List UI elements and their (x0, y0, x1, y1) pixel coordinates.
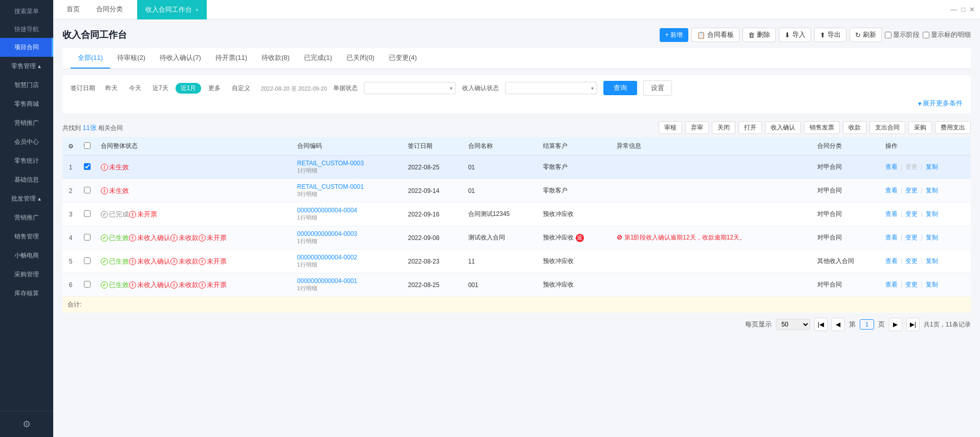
contract-board-button[interactable]: 📋 合同看板 (691, 28, 739, 42)
table-action-sales-invoice[interactable]: 销售发票 (804, 121, 840, 134)
row-select-checkbox[interactable] (84, 257, 91, 264)
maximize-btn[interactable]: □ (961, 6, 965, 13)
table-action-review[interactable]: 审核 (659, 121, 682, 134)
sidebar-item-smart-store[interactable]: 智慧门店 (0, 76, 53, 95)
date-btn-custom[interactable]: 自定义 (228, 83, 254, 94)
sidebar-item-retail-stats[interactable]: 零售统计 (0, 151, 53, 170)
status-tab-pending-income-confirm[interactable]: 待收入确认(7) (153, 48, 208, 69)
row-action-复制[interactable]: 复制 (926, 186, 938, 195)
filter-setting-button[interactable]: 设置 (643, 80, 672, 96)
row-action-变更[interactable]: 变更 (905, 280, 918, 289)
row-select-checkbox[interactable] (84, 163, 91, 170)
table-action-print[interactable]: 打开 (738, 121, 762, 134)
row-action-查看[interactable]: 查看 (885, 280, 898, 289)
row-action-复制[interactable]: 复制 (926, 280, 938, 289)
status-tab-completed[interactable]: 已完成(1) (297, 48, 339, 69)
row-action-查看[interactable]: 查看 (885, 233, 898, 242)
sidebar-item-wholesale[interactable]: 批发管理▲ (0, 189, 53, 208)
table-action-abandon[interactable]: 弃审 (685, 121, 709, 134)
row-sign-date: 2022-09-16 (403, 203, 463, 226)
status-tab-pending-review[interactable]: 待审核(2) (110, 48, 153, 69)
date-btn-last7[interactable]: 近7天 (148, 83, 172, 94)
contract-code-link[interactable]: 0000000000004-0002 (297, 254, 357, 261)
sidebar-item-purchase[interactable]: 采购管理 (0, 265, 53, 284)
row-select-checkbox[interactable] (84, 281, 91, 288)
row-action-变更[interactable]: 变更 (905, 257, 918, 266)
show-stages-checkbox[interactable] (885, 32, 891, 38)
status-tab-changed[interactable]: 已变更(4) (382, 48, 424, 69)
table-action-out-contract[interactable]: 支出合同 (869, 121, 905, 134)
sidebar-item-ecommerce[interactable]: 小畅电商 (0, 246, 53, 265)
sidebar-item-base-info[interactable]: 基础信息 (0, 170, 53, 189)
prev-page-btn[interactable]: ◀ (832, 318, 845, 331)
row-action-查看[interactable]: 查看 (885, 210, 898, 218)
row-action-变更[interactable]: 变更 (905, 210, 918, 218)
sidebar-item-marketing2[interactable]: 营销推广 (0, 208, 53, 227)
row-action-复制[interactable]: 复制 (926, 210, 938, 218)
status-tab-pending-payment[interactable]: 待收款(8) (254, 48, 297, 69)
sidebar-item-project[interactable]: 项目合同 (0, 38, 53, 57)
page-size-select[interactable]: 50 20 100 (776, 319, 810, 330)
date-btn-last1month[interactable]: 近1月 (176, 83, 202, 94)
contract-code-link[interactable]: 0000000000004-0003 (297, 230, 357, 237)
col-settings[interactable]: ⚙ (62, 137, 79, 156)
refresh-button[interactable]: ↻ 刷新 (850, 28, 882, 42)
table-action-collection[interactable]: 收款 (843, 121, 866, 134)
select-all-checkbox[interactable] (84, 142, 91, 149)
tab-income-contract[interactable]: 收入合同工作台× (137, 0, 206, 19)
export-button[interactable]: ⬆ 导出 (814, 28, 846, 42)
table-action-income-confirm[interactable]: 收入确认 (765, 121, 801, 134)
minimize-btn[interactable]: — (950, 6, 957, 13)
sidebar-item-retail-mall[interactable]: 零售商城 (0, 95, 53, 114)
status-tab-all[interactable]: 全部(11) (71, 48, 110, 69)
add-button[interactable]: + 新增 (660, 28, 688, 42)
row-select-checkbox[interactable] (84, 187, 91, 193)
sidebar-nav[interactable]: 快捷导航 (0, 21, 53, 38)
show-marks-checkbox[interactable] (923, 32, 929, 38)
sidebar-settings-icon[interactable]: ⚙ (0, 411, 53, 437)
row-action-变更[interactable]: 变更 (905, 163, 918, 171)
tab-close-contract-category[interactable]: × (126, 6, 129, 12)
contract-code-link[interactable]: RETAIL_CUSTOM-0001 (297, 183, 364, 190)
income-confirm-select[interactable] (505, 82, 597, 94)
sidebar-item-member[interactable]: 会员中心 (0, 133, 53, 151)
contract-code-link[interactable]: 0000000000004-0001 (297, 277, 357, 285)
status-tab-closed[interactable]: 已关闭(0) (339, 48, 382, 69)
row-action-查看[interactable]: 查看 (885, 163, 898, 171)
close-btn[interactable]: ✕ (969, 6, 975, 13)
table-action-purchase[interactable]: 采购 (908, 121, 932, 134)
row-action-查看[interactable]: 查看 (885, 186, 898, 195)
row-action-变更[interactable]: 变更 (905, 233, 918, 242)
tab-home[interactable]: 首页 (58, 0, 88, 19)
import-button[interactable]: ⬇ 导入 (779, 28, 811, 42)
row-select-checkbox[interactable] (84, 210, 91, 217)
doc-status-select[interactable] (364, 82, 456, 94)
table-action-close[interactable]: 关闭 (712, 121, 735, 134)
sidebar-search[interactable]: 搜索菜单 (0, 0, 53, 21)
row-action-变更[interactable]: 变更 (905, 186, 918, 195)
row-action-复制[interactable]: 复制 (926, 163, 938, 171)
row-select-checkbox[interactable] (84, 234, 91, 241)
tab-close-income-contract[interactable]: × (195, 7, 198, 13)
row-action-复制[interactable]: 复制 (926, 233, 938, 242)
sidebar-item-inventory[interactable]: 库存核算 (0, 284, 53, 303)
next-page-btn[interactable]: ▶ (889, 318, 902, 331)
first-page-btn[interactable]: |◀ (814, 318, 827, 331)
sidebar-item-retail-mgmt[interactable]: 零售管理▲ (0, 57, 53, 76)
sidebar-item-marketing[interactable]: 营销推广 (0, 114, 53, 133)
sidebar-item-sales-mgmt[interactable]: 销售管理 (0, 227, 53, 246)
contract-code-link[interactable]: RETAIL_CUSTOM-0003 (297, 160, 364, 167)
last-page-btn[interactable]: ▶| (906, 318, 920, 331)
row-action-复制[interactable]: 复制 (926, 257, 938, 266)
date-btn-today[interactable]: 今天 (125, 83, 145, 94)
table-action-expense[interactable]: 费用支出 (935, 121, 971, 134)
query-button[interactable]: 查询 (603, 81, 637, 95)
tab-contract-category[interactable]: 合同分类× (88, 0, 137, 19)
date-btn-more[interactable]: 更多 (204, 83, 225, 94)
expand-filter-button[interactable]: ▾ 展开更多条件 (918, 99, 963, 108)
date-btn-yesterday[interactable]: 昨天 (101, 83, 122, 94)
delete-button[interactable]: 🗑 删除 (743, 28, 776, 42)
status-tab-pending-invoice[interactable]: 待开票(11) (208, 48, 254, 69)
contract-code-link[interactable]: 0000000000004-0004 (297, 207, 357, 214)
row-action-查看[interactable]: 查看 (885, 257, 898, 266)
